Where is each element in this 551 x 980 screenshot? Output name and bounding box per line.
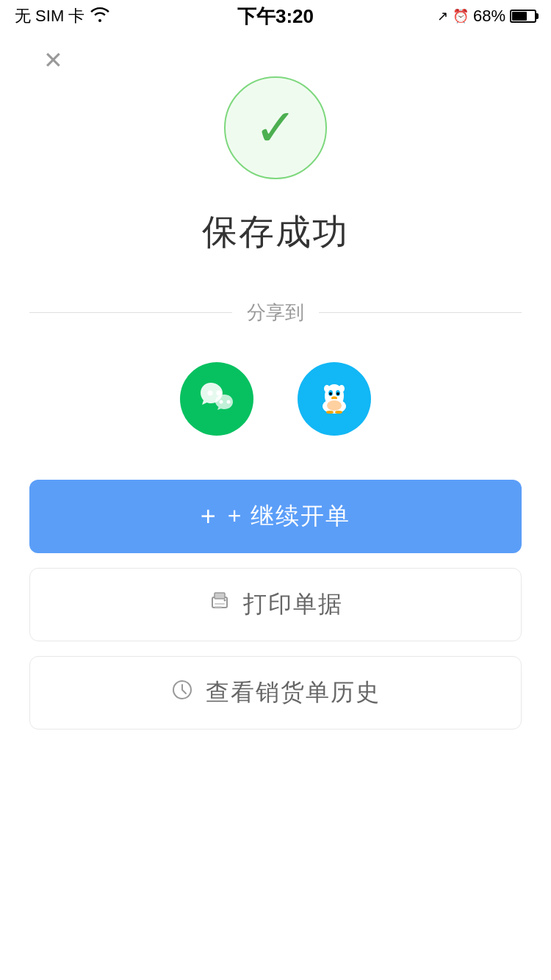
location-icon: ↗ — [437, 8, 448, 24]
wifi-icon — [90, 6, 109, 26]
svg-point-20 — [224, 599, 226, 602]
print-icon — [208, 590, 231, 619]
status-time: 下午3:20 — [237, 4, 314, 29]
battery-text: 68% — [473, 7, 505, 26]
history-icon — [170, 678, 194, 707]
main-content: ✓ 保存成功 分享到 — [0, 32, 551, 729]
battery-indicator — [510, 10, 536, 23]
svg-point-7 — [329, 392, 332, 395]
wechat-share-button[interactable] — [180, 362, 253, 436]
qq-share-button[interactable] — [298, 362, 371, 436]
svg-rect-17 — [215, 593, 225, 599]
print-button[interactable]: 打印单据 — [29, 568, 522, 641]
success-title: 保存成功 — [202, 209, 349, 256]
wechat-icon — [195, 377, 239, 421]
svg-point-15 — [339, 385, 345, 392]
svg-rect-19 — [215, 606, 222, 608]
close-icon: ✕ — [43, 48, 63, 72]
svg-rect-18 — [215, 603, 225, 605]
share-section: 分享到 — [0, 300, 551, 436]
action-buttons: + + 继续开单 打印单据 — [0, 480, 551, 729]
history-label: 查看销货单历史 — [206, 677, 381, 709]
history-button[interactable]: 查看销货单历史 — [29, 656, 522, 729]
svg-point-14 — [324, 385, 330, 392]
status-bar: 无 SIM 卡 下午3:20 ↗ ⏰ 68% — [0, 0, 551, 32]
status-right: ↗ ⏰ 68% — [437, 7, 536, 26]
svg-point-12 — [326, 411, 334, 414]
share-icons — [29, 362, 522, 436]
share-divider: 分享到 — [29, 300, 522, 325]
alarm-icon: ⏰ — [453, 8, 469, 24]
continue-label: + 继续开单 — [228, 500, 351, 533]
close-button[interactable]: ✕ — [37, 44, 69, 76]
print-label: 打印单据 — [243, 588, 343, 621]
svg-point-8 — [336, 392, 339, 395]
svg-point-11 — [327, 400, 342, 411]
no-sim-text: 无 SIM 卡 — [15, 5, 84, 27]
svg-point-13 — [335, 411, 342, 414]
continue-button[interactable]: + + 继续开单 — [29, 480, 522, 553]
checkmark-icon: ✓ — [254, 102, 298, 154]
success-circle: ✓ — [224, 76, 327, 179]
share-label: 分享到 — [247, 300, 304, 325]
continue-icon: + — [201, 501, 216, 532]
qq-icon — [314, 378, 355, 419]
status-left: 无 SIM 卡 — [15, 5, 109, 27]
